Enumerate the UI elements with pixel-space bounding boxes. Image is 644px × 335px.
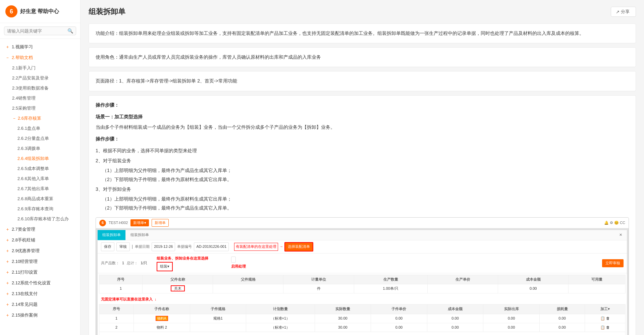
sidebar-item-2-14[interactable]: ＋ 2.14常见问题 xyxy=(0,299,80,310)
sc-lower-row-1: 1 物料A 规格1 （标准×1） 30.00 0.00 0.00 0.00 xyxy=(99,314,626,323)
sc-total-val: 1/只 xyxy=(141,260,147,267)
share-icon: ↗ xyxy=(616,9,620,14)
sc-th-parent-spec: 父件规格 xyxy=(213,275,283,284)
sc-lcell-seq-2: 2 xyxy=(99,323,134,332)
sc-annotation-btn[interactable]: 选择装配清单 xyxy=(284,242,313,252)
sc-annotation4: 无固定清单可以直接在这里录入 xyxy=(101,296,153,303)
sc-lcell-actualout-2: 0.00 xyxy=(483,323,540,332)
sc-tab-inactive: 组装拆卸单 xyxy=(125,230,154,240)
sidebar-item-2-6-7[interactable]: 2.6.7其他出库单 xyxy=(0,184,80,194)
sidebar-item-2-7[interactable]: ＋ 2.7资金管理 xyxy=(0,224,80,235)
sidebar-item-2-6-1[interactable]: 2.6.1盘点单 xyxy=(0,123,80,133)
sc-lcell-loss-2: 0.00 xyxy=(539,323,585,332)
sidebar-label-2-8: 2.8手机旺铺 xyxy=(12,237,35,243)
sc-cell-unitprice-1 xyxy=(427,284,498,293)
sc-startup-input xyxy=(231,257,236,263)
steps-title: 操作步骤： xyxy=(96,135,629,143)
sc-upper-row-1: 1 关木 件 1.00单/只 0.00 xyxy=(99,284,626,293)
sidebar-item-2-3[interactable]: 2.3使用前数据准备 xyxy=(0,83,80,93)
sc-date-val: 2019-12-26 xyxy=(152,242,175,251)
sc-cell-costamt-1: 0.00 xyxy=(498,284,569,293)
sidebar-item-2-11[interactable]: ＋ 2.11打印设置 xyxy=(0,267,80,278)
plus-icon-2-13: ＋ xyxy=(5,291,10,297)
sc-lcell-cost-1: 0.00 xyxy=(427,314,483,323)
sc-th-cost: 成本金额 xyxy=(498,275,569,284)
sc-cell-spec-1 xyxy=(213,284,283,293)
sidebar-item-2-1[interactable]: 2.1新手入门 xyxy=(0,63,80,73)
sidebar-item-2-6[interactable]: － 2.6库存核算 xyxy=(0,113,80,123)
screenshot-container: 6 TEST-H002 新增单▾ 新增单 🔔 ⚙ 😊 CC 组装拆卸单 组装拆卸… xyxy=(96,217,629,335)
sidebar-item-2-2[interactable]: 2.2产品安装及登录 xyxy=(0,73,80,83)
sc-lcell-actual-1: 30.00 xyxy=(315,314,371,323)
sidebar-item-2[interactable]: － 2.帮助文档 xyxy=(0,52,80,63)
sidebar-item-2-6-5[interactable]: 2.6.5成本调整单 xyxy=(0,164,80,174)
path-card: 页面路径：1、库存核算->库存管理->组装拆卸单 2、首页->常用功能 xyxy=(89,71,636,91)
sc-btn-save[interactable]: 保存 xyxy=(101,242,114,251)
plus-icon-2-9: ＋ xyxy=(5,248,10,254)
sc-btn-audit[interactable]: 审核 xyxy=(116,242,130,251)
sidebar-item-2-6-3[interactable]: 2.6.3调拨单 xyxy=(0,144,80,154)
sidebar-item-2-9[interactable]: ＋ 2.9优惠券管理 xyxy=(0,245,80,256)
sc-separator-1: | xyxy=(132,243,133,250)
sc-lcell-loss-1: 0.00 xyxy=(539,314,585,323)
sc-lcell-spec-2 xyxy=(190,323,246,332)
sc-type-select-box[interactable]: 组装▾ xyxy=(157,262,173,271)
sc-cell-prodqty-1: 1.00单/只 xyxy=(354,284,427,293)
sc-lower-row-3 xyxy=(99,332,626,335)
sidebar-label-1: 1.视频学习 xyxy=(12,44,33,50)
sc-lower-annotation-area: 无固定清单可以直接在这里录入 ↓ xyxy=(98,295,627,304)
sidebar-item-2-13[interactable]: ＋ 2.13在线支付 xyxy=(0,288,80,299)
share-button[interactable]: ↗ 分享 xyxy=(611,7,636,17)
sidebar-item-2-4[interactable]: 2.4销售管理 xyxy=(0,93,80,103)
sc-lcell-plan-2: （标准×1） xyxy=(246,323,315,332)
sc-arrow1: → xyxy=(279,243,283,250)
sc-lower-empty-3 xyxy=(99,332,626,335)
sidebar-item-2-10[interactable]: ＋ 2.10经营管理 xyxy=(0,256,80,267)
sidebar-item-2-6-6[interactable]: 2.6.6其他入库单 xyxy=(0,174,80,184)
sc-field-num-label: 单据编号 xyxy=(177,243,192,250)
path-text: 页面路径：1、库存核算->库存管理->组装拆卸单 2、首页->常用功能 xyxy=(96,77,629,85)
sc-confirm-btn[interactable]: 立即审核 xyxy=(602,259,624,267)
sc-type-select-area: 组装业务、拆卸业务在这里选择 组装▾ xyxy=(157,255,208,271)
minus-icon-2: － xyxy=(5,55,10,61)
search-box[interactable]: 🔍 xyxy=(4,26,76,35)
sidebar-label-2: 2.帮助文档 xyxy=(12,55,33,61)
sc-window-tabs: 组装拆卸单 组装拆卸单 ✕ xyxy=(98,230,627,240)
sc-upper-table-wrap: 序号 父件名称 父件规格 计量单位 生产数量 生产单价 成本金额 可用量 xyxy=(99,275,626,294)
sc-th-parent-name: 父件名称 xyxy=(143,275,213,284)
sidebar-item-2-6-2[interactable]: 2.6.2分量盘点单 xyxy=(0,133,80,144)
sidebar-item-2-6-8[interactable]: 2.6.8商品成本重算 xyxy=(0,194,80,204)
plus-icon-2-14: ＋ xyxy=(5,301,10,308)
sidebar-item-2-15[interactable]: ＋ 2.15操作案例 xyxy=(0,310,80,321)
sidebar-item-2-5[interactable]: 2.5采购管理 xyxy=(0,103,80,113)
nav-tree: ＋ 1.视频学习 － 2.帮助文档 2.1新手入门 2.2产品安装及登录 2.3… xyxy=(0,39,80,323)
sidebar-item-2-6-9[interactable]: 2.6.9库存账本查询 xyxy=(0,204,80,214)
sc-annotation1-area: 有装配清单的在这里处理 → 选择装配清单 xyxy=(234,242,313,252)
sc-form-type-row: 共产品数： 1 总计： 1/只 组装业务、拆卸业务在这里选择 组装▾ 启用处理 xyxy=(98,254,627,273)
sc-lth-seq: 序号 xyxy=(99,304,134,314)
sidebar: 6 好生意 帮助中心 🔍 ＋ 1.视频学习 － 2.帮助文档 2.1新手入门 2… xyxy=(0,0,80,335)
sidebar-item-2-12[interactable]: ＋ 2.12系统个性化设置 xyxy=(0,278,80,288)
sc-th-unit: 计量单位 xyxy=(283,275,354,284)
sc-lcell-name-1: 物料A xyxy=(133,314,190,323)
step3-1: （1）上部明细为父件明细，最终作为原材料生成其它出库单； xyxy=(102,195,629,203)
search-icon[interactable]: 🔍 xyxy=(67,28,73,34)
sc-lth-unit-price: 子件单价 xyxy=(371,304,427,314)
sc-main-window: 组装拆卸单 组装拆卸单 ✕ 保存 审核 | 单据日期 2019-12-26 单据… xyxy=(97,230,627,335)
sidebar-item-2-8[interactable]: ＋ 2.8手机旺铺 xyxy=(0,235,80,245)
sidebar-item-1[interactable]: ＋ 1.视频学习 xyxy=(0,42,80,52)
sc-cell-avail-1 xyxy=(569,284,626,293)
sidebar-item-2-6-4[interactable]: 2.6.4组装拆卸单 xyxy=(0,154,80,164)
sc-lower-table: 序号 子件名称 子件规格 计划数量 实际数量 子件单价 成本金额 实际出库 损耗… xyxy=(99,304,626,335)
page-title: 组装拆卸单 xyxy=(89,7,125,17)
sidebar-item-2-6-10[interactable]: 2.6.10库存账本错了怎么办 xyxy=(0,214,80,224)
sc-cell-unit-1: 件 xyxy=(283,284,354,293)
search-input[interactable] xyxy=(7,29,67,34)
sidebar-label-2-11: 2.11打印设置 xyxy=(12,269,38,275)
sc-lcell-plan-1: （标准×1） xyxy=(246,314,315,323)
operations-title: 操作步骤： xyxy=(96,101,629,109)
logo-text: 好生意 帮助中心 xyxy=(20,8,59,15)
sc-lcell-price-1: 0.00 xyxy=(371,314,427,323)
sc-startup-area: 启用处理 xyxy=(231,257,246,270)
sidebar-label-2-12: 2.12系统个性化设置 xyxy=(12,280,51,286)
